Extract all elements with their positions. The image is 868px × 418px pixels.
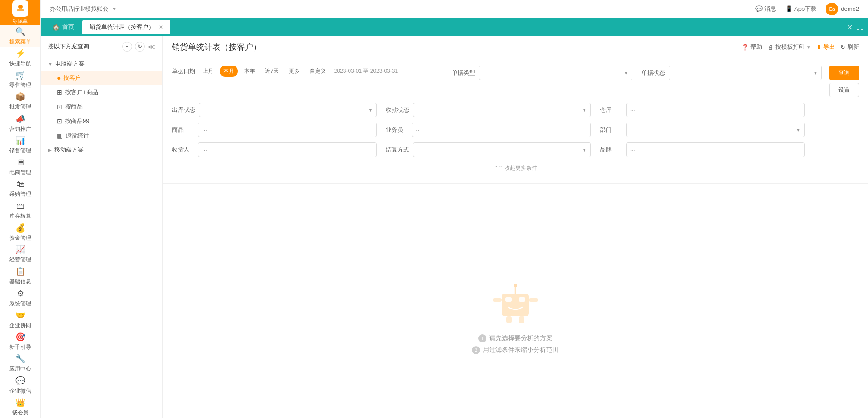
collect-status-select[interactable]: ▼ (413, 103, 590, 117)
tree-mobile-label: 移动端方案 (54, 146, 84, 154)
sales-icon: 📊 (15, 136, 25, 146)
close-window-icon[interactable]: ✕ (847, 23, 853, 32)
tree-by-product[interactable]: ⊡ 按商品 (41, 100, 162, 114)
date-this-month[interactable]: 本月 (220, 66, 238, 77)
maximize-window-icon[interactable]: ⛶ (856, 23, 863, 32)
tab-sales-stats-label: 销货单统计表（按客户） (90, 23, 154, 31)
sidebar-item-wechat[interactable]: 💬 企业微信 (0, 374, 41, 396)
date-last-month[interactable]: 上月 (199, 66, 217, 77)
brand-select[interactable]: ··· (626, 142, 805, 157)
sidebar: 标赋赢 🔍 搜索菜单 ⚡ 快捷导航 🛒 零售管理 📦 批发管理 📣 营销推广 📊… (0, 0, 41, 418)
sidebar-item-system[interactable]: ⚙ 系统管理 (0, 287, 41, 309)
sidebar-item-quick-nav[interactable]: ⚡ 快捷导航 (0, 47, 41, 69)
app-download-button[interactable]: 📱 App下载 (785, 5, 816, 13)
header-dropdown-icon[interactable]: ▼ (112, 6, 117, 11)
tree-by-product-99[interactable]: ⊡ 按商品99 (41, 114, 162, 128)
collapse-more-button[interactable]: ⌃⌃ 收起更多条件 (172, 161, 859, 176)
ecommerce-icon: 🖥 (16, 158, 24, 167)
tree-return-stats[interactable]: ▦ 退货统计 (41, 128, 162, 143)
svg-rect-1 (502, 294, 529, 316)
tree-by-product-99-label: 按商品99 (65, 117, 89, 125)
settle-select[interactable]: ▼ (413, 142, 590, 157)
sidebar-item-search[interactable]: 🔍 搜索菜单 (0, 25, 41, 47)
tree-by-customer[interactable]: ● 按客户 (41, 71, 162, 85)
refresh-button[interactable]: ↻ 刷新 (840, 43, 859, 51)
settings-button[interactable]: 设置 (829, 83, 859, 97)
header-subtitle: 办公用品行业模拟账套 (50, 5, 108, 13)
svg-rect-8 (506, 316, 512, 323)
warehouse-select[interactable]: ··· (626, 103, 805, 117)
tab-home[interactable]: 🏠 首页 (45, 20, 81, 34)
sidebar-item-vip[interactable]: 👑 畅会员 (0, 396, 41, 418)
product-select[interactable]: ··· (198, 123, 377, 137)
sidebar-item-sales[interactable]: 📊 销售管理 (0, 134, 41, 156)
sidebar-item-wholesale[interactable]: 📦 批发管理 (0, 90, 41, 112)
tree-desktop-parent[interactable]: ▼ 电脑端方案 (41, 57, 162, 71)
brand-label: 品牌 (600, 146, 623, 154)
export-button[interactable]: ⬇ 导出 (816, 43, 835, 51)
print-button[interactable]: 🖨 按模板打印 ▼ (768, 43, 811, 51)
date-custom[interactable]: 自定义 (306, 66, 330, 77)
staff-select[interactable]: ··· (412, 123, 590, 137)
date-more[interactable]: 更多 (285, 66, 303, 77)
sidebar-item-ecommerce[interactable]: 🖥 电商管理 (0, 156, 41, 178)
message-label: 消息 (764, 5, 776, 13)
tree-mobile-parent[interactable]: ▶ 移动端方案 (41, 143, 162, 157)
sidebar-item-finance[interactable]: 💰 资金管理 (0, 222, 41, 243)
product-label: 商品 (172, 126, 194, 134)
doc-type-select[interactable]: ▼ (479, 66, 632, 80)
page-actions: ❓ 帮助 🖨 按模板打印 ▼ ⬇ 导出 ↻ 刷新 (741, 43, 859, 51)
logo-text: 标赋赢 (13, 18, 28, 24)
sidebar-item-newbie[interactable]: 🎯 新手引导 (0, 331, 41, 352)
inventory-icon: 🗃 (16, 201, 24, 211)
hint-number-1: 1 (478, 334, 486, 342)
basic-icon: 📋 (15, 266, 25, 276)
add-scheme-button[interactable]: + (122, 42, 132, 52)
date-this-year[interactable]: 本年 (241, 66, 259, 77)
content-area: 按以下方案查询 + ↻ ≪ ▼ 电脑端方案 ● 按客户 ⊞ (41, 36, 868, 418)
sidebar-item-enterprise[interactable]: 🤝 企业协同 (0, 309, 41, 331)
sidebar-item-retail[interactable]: 🛒 零售管理 (0, 69, 41, 90)
tree-by-customer-product[interactable]: ⊞ 按客户+商品 (41, 85, 162, 100)
sidebar-item-marketing[interactable]: 📣 营销推广 (0, 113, 41, 134)
sidebar-item-label: 应用中心 (9, 365, 31, 373)
query-button[interactable]: 查询 (829, 66, 859, 80)
tree-by-customer-label: 按客户 (63, 74, 81, 82)
tab-sales-stats[interactable]: 销货单统计表（按客户） ✕ (82, 20, 170, 34)
export-label: 导出 (823, 43, 835, 51)
wechat-icon: 💬 (15, 376, 25, 386)
sidebar-item-label: 库存核算 (9, 212, 31, 220)
warehouse-label: 仓库 (600, 106, 623, 114)
collapse-panel-button[interactable]: ≪ (147, 43, 155, 51)
date-label: 单据日期 (172, 67, 195, 76)
tab-close-icon[interactable]: ✕ (159, 24, 163, 30)
user-profile[interactable]: Ea demo2 (826, 3, 859, 15)
date-last-7[interactable]: 近7天 (261, 66, 283, 77)
app-logo: 标赋赢 (0, 0, 41, 25)
dept-select[interactable]: ▼ (626, 123, 805, 137)
tree-expand-mobile-icon: ▶ (48, 147, 52, 152)
doc-status-select[interactable]: ▼ (669, 66, 822, 80)
out-status-select[interactable]: ▼ (199, 103, 377, 117)
receiver-select[interactable]: ··· (198, 142, 377, 157)
sidebar-item-label: 企业微信 (9, 387, 31, 395)
sidebar-item-label: 营销推广 (9, 125, 31, 133)
wholesale-icon: 📦 (15, 92, 25, 102)
header-left: 办公用品行业模拟账套 ▼ (50, 5, 117, 13)
page-title: 销货单统计表（按客户） (172, 42, 261, 52)
sidebar-item-inventory[interactable]: 🗃 库存核算 (0, 200, 41, 222)
settle-label: 结算方式 (386, 146, 409, 154)
refresh-label: 刷新 (847, 43, 859, 51)
print-dropdown-icon[interactable]: ▼ (807, 45, 811, 50)
brand-dots: ··· (630, 147, 635, 153)
sidebar-item-basic[interactable]: 📋 基础信息 (0, 265, 41, 287)
retail-icon: 🛒 (15, 70, 25, 80)
refresh-scheme-button[interactable]: ↻ (135, 42, 145, 52)
sidebar-item-operations[interactable]: 📈 经营管理 (0, 243, 41, 265)
message-button[interactable]: 💬 消息 (755, 5, 776, 13)
date-filter: 上月 本月 本年 近7天 更多 自定义 2023-03-01 至 2023-03… (199, 66, 398, 77)
help-button[interactable]: ❓ 帮助 (741, 43, 762, 51)
sidebar-item-app-center[interactable]: 🔧 应用中心 (0, 352, 41, 374)
sidebar-item-label: 经营管理 (9, 256, 31, 264)
sidebar-item-purchase[interactable]: 🛍 采购管理 (0, 178, 41, 200)
